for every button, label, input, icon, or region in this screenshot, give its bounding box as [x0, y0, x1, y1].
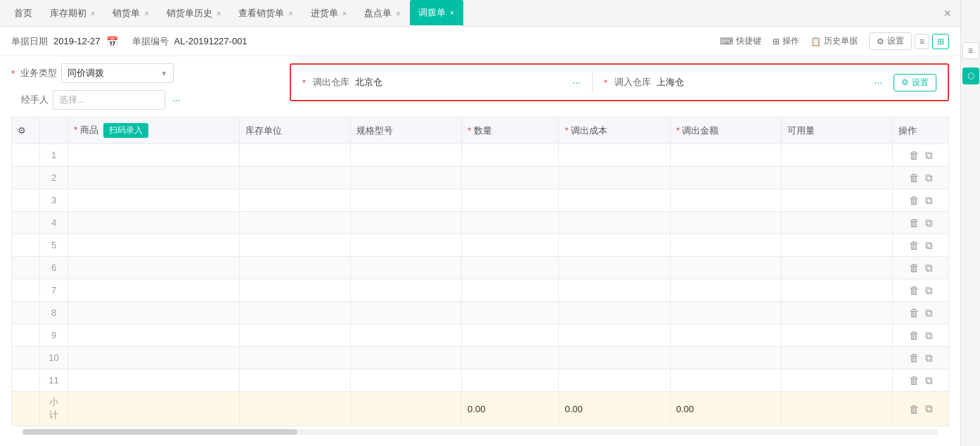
row-product-cell[interactable]: [68, 257, 240, 279]
row-product-cell[interactable]: [68, 369, 240, 392]
row-amount-cell[interactable]: [670, 279, 781, 302]
row-amount-cell[interactable]: [670, 234, 781, 257]
row-copy-icon[interactable]: ⧉: [925, 217, 933, 229]
th-gear[interactable]: ⚙: [12, 117, 40, 144]
row-qty-cell[interactable]: [462, 257, 559, 279]
handler-select[interactable]: 选择...: [53, 90, 165, 110]
row-spec-cell[interactable]: [350, 279, 461, 302]
row-qty-cell[interactable]: [462, 189, 559, 212]
row-copy-icon[interactable]: ⧉: [925, 329, 933, 342]
row-amount-cell[interactable]: [670, 257, 781, 279]
shortcut-btn[interactable]: ⌨ 快捷键: [720, 35, 761, 47]
row-unit-cell[interactable]: [239, 144, 350, 167]
row-product-cell[interactable]: [68, 189, 240, 212]
row-delete-icon[interactable]: 🗑: [909, 284, 920, 296]
tab-transfer[interactable]: 调拨单 ×: [410, 0, 463, 27]
tab-inventory-init[interactable]: 库存期初 ×: [41, 0, 104, 27]
row-unit-cell[interactable]: [239, 324, 350, 347]
row-amount-cell[interactable]: [670, 189, 781, 212]
row-spec-cell[interactable]: [350, 324, 461, 347]
tab-close-stocktaking[interactable]: ×: [396, 9, 400, 18]
row-qty-cell[interactable]: [462, 369, 559, 392]
row-unit-cell[interactable]: [239, 369, 350, 392]
row-cost-cell[interactable]: [559, 189, 670, 212]
row-spec-cell[interactable]: [350, 302, 461, 324]
row-cost-cell[interactable]: [559, 144, 670, 167]
row-spec-cell[interactable]: [350, 257, 461, 279]
row-qty-cell[interactable]: [462, 144, 559, 167]
row-delete-icon[interactable]: 🗑: [909, 239, 920, 251]
row-qty-cell[interactable]: [462, 234, 559, 257]
settings-button[interactable]: ⚙ 设置: [869, 32, 912, 50]
row-copy-icon[interactable]: ⧉: [925, 172, 933, 184]
sidebar-link-btn[interactable]: ⬡: [962, 68, 979, 84]
row-unit-cell[interactable]: [239, 279, 350, 302]
row-qty-cell[interactable]: [462, 347, 559, 369]
row-unit-cell[interactable]: [239, 347, 350, 369]
row-cost-cell[interactable]: [559, 257, 670, 279]
row-spec-cell[interactable]: [350, 347, 461, 369]
row-cost-cell[interactable]: [559, 324, 670, 347]
row-product-cell[interactable]: [68, 279, 240, 302]
row-product-cell[interactable]: [68, 167, 240, 189]
layout-grid-button[interactable]: ⊞: [932, 34, 949, 49]
row-delete-icon[interactable]: 🗑: [909, 307, 920, 319]
row-amount-cell[interactable]: [670, 302, 781, 324]
row-amount-cell[interactable]: [670, 324, 781, 347]
row-delete-icon[interactable]: 🗑: [909, 172, 920, 184]
biz-type-select[interactable]: 同价调拨 ▼: [61, 63, 174, 83]
sidebar-list-btn[interactable]: ≡: [962, 42, 979, 59]
tab-close-sales-order[interactable]: ×: [144, 9, 148, 18]
scan-btn[interactable]: 扫码录入: [103, 123, 148, 138]
row-copy-icon[interactable]: ⧉: [925, 262, 933, 274]
tab-close-purchase[interactable]: ×: [342, 9, 347, 18]
row-unit-cell[interactable]: [239, 189, 350, 212]
ops-btn[interactable]: ⊞ 操作: [773, 35, 799, 47]
row-delete-icon[interactable]: 🗑: [909, 262, 920, 274]
row-copy-icon[interactable]: ⧉: [925, 374, 933, 387]
tab-stocktaking[interactable]: 盘点单 ×: [356, 0, 409, 27]
row-cost-cell[interactable]: [559, 347, 670, 369]
tab-close-inventory-init[interactable]: ×: [91, 9, 95, 18]
row-cost-cell[interactable]: [559, 234, 670, 257]
history-btn[interactable]: 📋 历史单据: [811, 35, 858, 47]
subtotal-delete-icon[interactable]: 🗑: [909, 403, 920, 415]
row-qty-cell[interactable]: [462, 279, 559, 302]
row-spec-cell[interactable]: [350, 212, 461, 234]
tab-close-sales-history[interactable]: ×: [217, 9, 221, 18]
row-copy-icon[interactable]: ⧉: [925, 149, 933, 162]
row-amount-cell[interactable]: [670, 212, 781, 234]
row-qty-cell[interactable]: [462, 167, 559, 189]
row-delete-icon[interactable]: 🗑: [909, 217, 920, 229]
row-product-cell[interactable]: [68, 347, 240, 369]
row-product-cell[interactable]: [68, 144, 240, 167]
row-product-cell[interactable]: [68, 302, 240, 324]
row-copy-icon[interactable]: ⧉: [925, 194, 933, 207]
tab-purchase[interactable]: 进货单 ×: [302, 0, 356, 27]
scroll-thumb[interactable]: [22, 429, 297, 435]
row-delete-icon[interactable]: 🗑: [909, 149, 920, 161]
row-cost-cell[interactable]: [559, 302, 670, 324]
tab-view-sales[interactable]: 查看销货单 ×: [230, 0, 302, 27]
calendar-icon[interactable]: 📅: [106, 36, 118, 47]
row-unit-cell[interactable]: [239, 167, 350, 189]
tab-sales-order[interactable]: 销货单 ×: [104, 0, 157, 27]
row-qty-cell[interactable]: [462, 212, 559, 234]
tab-close-view-sales[interactable]: ×: [288, 9, 292, 18]
row-delete-icon[interactable]: 🗑: [909, 329, 920, 341]
warehouse-settings-button[interactable]: ⚙ 设置: [894, 74, 936, 91]
row-cost-cell[interactable]: [559, 369, 670, 392]
row-unit-cell[interactable]: [239, 302, 350, 324]
row-qty-cell[interactable]: [462, 324, 559, 347]
tab-home[interactable]: 首页: [6, 0, 41, 27]
row-spec-cell[interactable]: [350, 144, 461, 167]
scroll-bar[interactable]: [22, 429, 938, 435]
tab-close-transfer[interactable]: ×: [450, 8, 454, 17]
row-unit-cell[interactable]: [239, 212, 350, 234]
row-spec-cell[interactable]: [350, 167, 461, 189]
row-delete-icon[interactable]: 🗑: [909, 352, 920, 364]
row-copy-icon[interactable]: ⧉: [925, 307, 933, 319]
row-copy-icon[interactable]: ⧉: [925, 284, 933, 297]
row-unit-cell[interactable]: [239, 234, 350, 257]
row-product-cell[interactable]: [68, 234, 240, 257]
